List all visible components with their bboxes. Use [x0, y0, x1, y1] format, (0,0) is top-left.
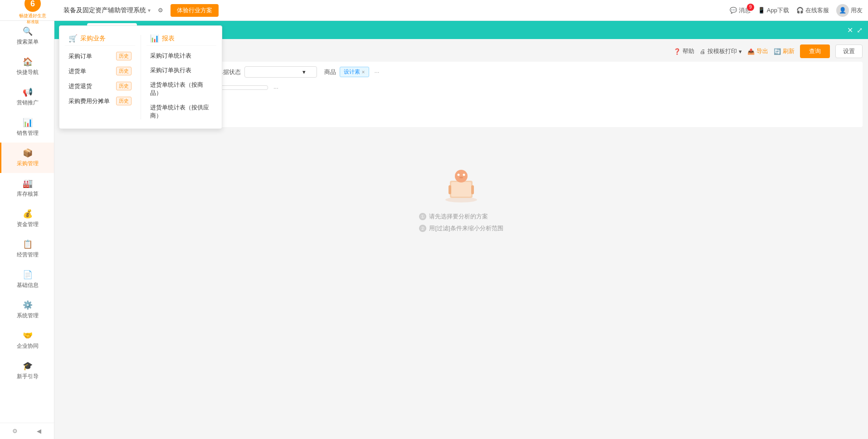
menu-item-inbound-stats-goods[interactable]: 进货单统计表（按商品）	[146, 78, 217, 100]
window-expand-icon[interactable]: ⤢	[857, 26, 863, 35]
system-icon: ⚙️	[23, 300, 33, 310]
refresh-button[interactable]: 🔄 刷新	[774, 47, 795, 55]
logo-brand: 畅捷通好生意	[19, 13, 46, 19]
menu-item-purchase-expense[interactable]: 采购费用分摊单 历史	[65, 94, 135, 109]
user-button[interactable]: 👤 用友	[836, 4, 863, 17]
tip-num-2: ②	[419, 225, 426, 232]
voucher-status-select[interactable]: ▾	[244, 66, 317, 78]
empty-tips: ① 请先选择要分析的方案 ② 用[过滤]条件来缩小分析范围	[419, 211, 503, 234]
menu-item-order-exec[interactable]: 采购订单执行表	[146, 63, 217, 78]
export-icon: 📤	[747, 48, 755, 55]
sidebar-item-operations[interactable]: 📋 经营管理	[0, 234, 54, 264]
sidebar-item-inventory[interactable]: 🏭 库存核算	[0, 173, 54, 203]
headset-icon: 🎧	[796, 7, 804, 14]
export-button[interactable]: 📤 导出	[747, 47, 768, 55]
svg-rect-8	[471, 185, 474, 194]
menu-item-inbound-return[interactable]: 进货退货 历史	[65, 79, 135, 94]
inventory-icon: 🏭	[23, 178, 33, 188]
empty-illustration	[439, 167, 484, 203]
window-close-icon[interactable]: ✕	[847, 26, 853, 35]
purchase-icon: 📦	[23, 148, 33, 158]
svg-point-6	[459, 177, 463, 178]
settings-small-icon: ⚙	[12, 428, 18, 434]
sidebar-item-guide[interactable]: 🎓 新手引导	[0, 355, 54, 386]
menu-item-inbound-stats-supplier[interactable]: 进货单统计表（按供应商）	[146, 100, 217, 123]
empty-tip-1: ① 请先选择要分析的方案	[419, 211, 503, 222]
sidebar-item-purchase[interactable]: 📦 采购管理	[0, 143, 54, 173]
message-button[interactable]: 💬 消息 9	[730, 6, 751, 15]
avatar: 👤	[836, 4, 849, 17]
history-tag-1: 历史	[116, 67, 132, 75]
help-icon: ❓	[673, 48, 681, 55]
guide-icon: 🎓	[23, 361, 33, 371]
system-name-label: 装备及固定资产辅助管理系统	[63, 6, 146, 15]
history-tag-2: 历史	[116, 82, 132, 90]
svg-rect-7	[449, 185, 451, 194]
sidebar-item-system[interactable]: ⚙️ 系统管理	[0, 295, 54, 325]
gear-icon[interactable]: ⚙	[154, 4, 167, 17]
phone-icon: 📱	[758, 7, 765, 14]
empty-state: ① 请先选择要分析的方案 ② 用[过滤]条件来缩小分析范围	[60, 131, 863, 271]
app-download-button[interactable]: 📱 App下载	[758, 6, 789, 15]
search-icon: 🔍	[23, 26, 33, 36]
trial-button[interactable]: 体验行业方案	[171, 4, 219, 17]
message-icon: 💬	[730, 7, 737, 14]
operations-icon: 📋	[23, 239, 33, 249]
logo-edition: 标准版	[27, 19, 39, 25]
svg-point-5	[463, 174, 465, 176]
salesperson-more[interactable]: ···	[273, 84, 278, 91]
menu-item-order-stats[interactable]: 采购订单统计表	[146, 49, 217, 63]
enterprise-icon: 🤝	[23, 330, 33, 340]
sidebar: 🔍 搜索菜单 🏠 快捷导航 📢 营销推广 📊 销售管理 📦 采购管理 🏭 库存核…	[0, 21, 54, 439]
purchase-column-title: 🛒 采购业务	[65, 31, 135, 46]
basic-info-icon: 📄	[23, 270, 33, 280]
system-name-dropdown[interactable]: 装备及固定资产辅助管理系统 ▾	[60, 6, 151, 15]
history-tag-3: 历史	[116, 97, 132, 105]
finance-icon: 💰	[23, 209, 33, 219]
sidebar-item-finance[interactable]: 💰 资金管理	[0, 203, 54, 234]
logo-icon: 6	[24, 0, 41, 12]
collapse-icon: ◀	[37, 428, 41, 434]
sidebar-collapse-button[interactable]: ◀	[29, 428, 50, 434]
goods-tag-close[interactable]: ×	[362, 69, 365, 75]
query-button[interactable]: 查询	[800, 44, 830, 58]
menu-item-inbound[interactable]: 进货单 历史	[65, 64, 135, 79]
sidebar-item-sales[interactable]: 📊 销售管理	[0, 112, 54, 143]
sales-icon: 📊	[23, 118, 33, 128]
sidebar-item-marketing[interactable]: 📢 营销推广	[0, 82, 54, 112]
report-column-title: 📊 报表	[146, 31, 217, 46]
purchase-business-column: 🛒 采购业务 采购订单 历史 进货单 历史 进货退货 历史 采购费用分摊单 历史	[59, 31, 141, 123]
voucher-status-filter: 单据状态 ▾	[217, 66, 317, 78]
purchase-dropdown-menu: 🛒 采购业务 采购订单 历史 进货单 历史 进货退货 历史 采购费用分摊单 历史…	[59, 25, 222, 129]
settings-button[interactable]: 设置	[835, 44, 863, 58]
system-dropdown-arrow: ▾	[148, 7, 151, 14]
goods-label: 商品	[324, 68, 336, 76]
top-right-area: 💬 消息 9 📱 App下载 🎧 在线客服 👤 用友	[730, 4, 863, 17]
goods-tag: 设计素 ×	[340, 67, 369, 77]
empty-tip-2: ② 用[过滤]条件来缩小分析范围	[419, 222, 503, 234]
sidebar-item-nav[interactable]: 🏠 快捷导航	[0, 51, 54, 82]
print-icon: 🖨	[700, 48, 706, 55]
purchase-col-icon: 🛒	[68, 34, 78, 43]
message-badge: 9	[747, 4, 754, 11]
history-tag-0: 历史	[116, 52, 132, 60]
online-service-button[interactable]: 🎧 在线客服	[796, 6, 829, 15]
select-arrow: ▾	[302, 69, 306, 75]
sidebar-settings-button[interactable]: ⚙	[5, 428, 25, 434]
sidebar-item-basic-info[interactable]: 📄 基础信息	[0, 264, 54, 295]
sidebar-item-search[interactable]: 🔍 搜索菜单	[0, 21, 54, 51]
goods-more[interactable]: ···	[375, 69, 380, 75]
svg-point-4	[458, 174, 460, 176]
report-col-icon: 📊	[150, 34, 159, 43]
help-button[interactable]: ❓ 帮助	[673, 47, 694, 55]
tab-bar-right: ✕ ⤢	[847, 26, 863, 35]
sidebar-item-enterprise[interactable]: 🤝 企业协同	[0, 325, 54, 355]
logo: 6 畅捷通好生意 标准版	[5, 0, 60, 25]
refresh-icon: 🔄	[774, 48, 781, 55]
goods-filter: 商品 设计素 × ···	[324, 67, 380, 77]
menu-item-purchase-order[interactable]: 采购订单 历史	[65, 49, 135, 64]
home-icon: 🏠	[23, 57, 33, 67]
svg-point-3	[455, 170, 468, 183]
print-button[interactable]: 🖨 按模板打印 ▾	[700, 47, 742, 55]
marketing-icon: 📢	[23, 87, 33, 97]
